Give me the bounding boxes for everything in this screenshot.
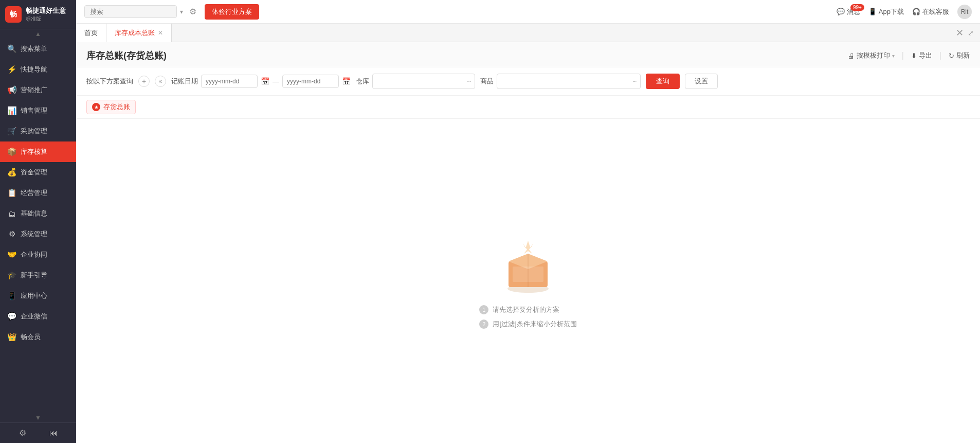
hint-num-1: 1: [479, 305, 488, 314]
refresh-icon: ↻: [949, 52, 954, 60]
date-start-calendar-icon[interactable]: 📅: [261, 77, 269, 85]
settings-bottom-icon[interactable]: ⚙: [19, 428, 26, 438]
sidebar-item-label-member: 畅会员: [21, 332, 41, 342]
topbar-dropdown-arrow[interactable]: ▾: [180, 8, 183, 15]
sidebar-item-label-marketing: 营销推广: [21, 85, 47, 95]
app-download-icon: 📱: [868, 8, 877, 15]
enterprise-icon: 🤝: [7, 250, 16, 259]
sidebar-item-sales[interactable]: 📊 销售管理: [0, 100, 76, 121]
goods-field-label: 商品: [480, 77, 494, 86]
scroll-up-arrow[interactable]: ▲: [35, 30, 41, 38]
sidebar-item-member[interactable]: 👑 畅会员: [0, 327, 76, 347]
tag-icon: ★: [92, 103, 100, 111]
user-area[interactable]: Rit: [957, 5, 972, 19]
messages-button[interactable]: 💬 消息 99+: [837, 7, 860, 16]
collapse-bottom-icon[interactable]: ⏮: [49, 429, 58, 438]
date-end-input[interactable]: [282, 75, 339, 88]
sidebar-item-basic-info[interactable]: 🗂 基础信息: [0, 203, 76, 224]
refresh-label: 刷新: [956, 51, 970, 60]
sidebar-logo: 畅 畅捷通好生意 标准版: [0, 0, 76, 29]
sidebar-item-finance[interactable]: 💰 资金管理: [0, 162, 76, 183]
sidebar-item-purchase[interactable]: 🛒 采购管理: [0, 121, 76, 141]
sidebar-item-label-basic-info: 基础信息: [21, 209, 47, 218]
scroll-down-arrow[interactable]: ▼: [35, 414, 41, 421]
sub-filter-tag[interactable]: ★ 存货总账: [86, 100, 136, 114]
sidebar-item-wechat[interactable]: 💬 企业微信: [0, 306, 76, 327]
sidebar-item-enterprise[interactable]: 🤝 企业协同: [0, 244, 76, 265]
refresh-button[interactable]: ↻ 刷新: [949, 51, 970, 60]
empty-hint-2: 2 用[过滤]条件来缩小分析范围: [479, 320, 576, 329]
export-label: 导出: [919, 51, 932, 60]
sidebar-item-operations[interactable]: 📋 经营管理: [0, 183, 76, 203]
guide-icon: 🎓: [7, 271, 16, 280]
system-icon: ⚙: [7, 229, 16, 239]
sidebar-item-quick-nav[interactable]: ⚡ 快捷导航: [0, 59, 76, 80]
empty-illustration: [497, 233, 559, 295]
sidebar: 畅 畅捷通好生意 标准版 ▲ 🔍 搜索菜单 ⚡ 快捷导航 📢 营销推广 📊 销售…: [0, 0, 76, 443]
sidebar-bottom: ⚙ ⏮: [0, 422, 76, 443]
panel-close-button[interactable]: ✕: [956, 27, 964, 39]
empty-hints: 1 请先选择要分析的方案 2 用[过滤]条件来缩小分析范围: [479, 305, 576, 329]
tab-close-icon[interactable]: ✕: [158, 29, 163, 37]
member-icon: 👑: [7, 332, 16, 342]
sidebar-item-inventory[interactable]: 📦 库存核算: [0, 141, 76, 162]
topbar-search-input[interactable]: [84, 5, 177, 18]
sidebar-item-marketing[interactable]: 📢 营销推广: [0, 80, 76, 100]
sidebar-item-system[interactable]: ⚙ 系统管理: [0, 224, 76, 244]
sidebar-item-label-quick-nav: 快捷导航: [21, 65, 47, 74]
sub-filter-tag-label: 存货总账: [103, 102, 130, 112]
action-divider-1: |: [902, 51, 904, 60]
sidebar-item-app-center[interactable]: 📱 应用中心: [0, 286, 76, 306]
topbar-gear-icon[interactable]: ⚙: [189, 7, 196, 16]
purchase-icon: 🛒: [7, 127, 16, 136]
empty-state: 1 请先选择要分析的方案 2 用[过滤]条件来缩小分析范围: [76, 119, 980, 443]
sidebar-item-label-finance: 资金管理: [21, 168, 47, 177]
print-icon: 🖨: [848, 52, 855, 60]
sidebar-item-search[interactable]: 🔍 搜索菜单: [0, 39, 76, 59]
sidebar-item-label-sales: 销售管理: [21, 106, 47, 115]
action-divider-2: |: [939, 51, 941, 60]
setting-button[interactable]: 设置: [685, 74, 718, 89]
sidebar-item-guide[interactable]: 🎓 新手引导: [0, 265, 76, 286]
date-field-label: 记账日期: [171, 77, 198, 86]
inventory-icon: 📦: [7, 147, 16, 156]
filter-add-button[interactable]: +: [138, 76, 150, 87]
sidebar-item-label-enterprise: 企业协同: [21, 250, 47, 259]
hint-num-2: 2: [479, 320, 488, 329]
tabbar-right: ✕ ⤢: [956, 27, 980, 39]
wechat-icon: 💬: [7, 312, 16, 321]
print-arrow: ▾: [892, 53, 895, 59]
filter-collapse-button[interactable]: «: [155, 76, 166, 87]
page-header-actions: 🖨 按模板打印 ▾ | ⬇ 导出 | ↻ 刷新: [848, 51, 970, 60]
sub-filter-row: ★ 存货总账: [76, 96, 980, 119]
query-button[interactable]: 查询: [646, 74, 680, 89]
date-end-calendar-icon[interactable]: 📅: [342, 77, 351, 85]
sidebar-item-label-purchase: 采购管理: [21, 127, 47, 136]
hint-text-1: 请先选择要分析的方案: [493, 305, 559, 314]
warehouse-more-icon: ···: [467, 77, 470, 86]
print-button[interactable]: 🖨 按模板打印 ▾: [848, 51, 895, 60]
topbar: ▾ ⚙ 体验行业方案 💬 消息 99+ 📱 App下载 🎧 在线客服 Rit: [76, 0, 980, 24]
tab-inventory-ledger[interactable]: 库存成本总账 ✕: [106, 24, 172, 42]
date-start-input[interactable]: [201, 75, 258, 88]
industry-solution-button[interactable]: 体验行业方案: [205, 4, 259, 20]
warehouse-select[interactable]: ···: [372, 74, 475, 89]
sidebar-item-label-search: 搜索菜单: [21, 44, 47, 54]
sidebar-item-label-system: 系统管理: [21, 229, 47, 239]
goods-select[interactable]: ···: [497, 74, 641, 89]
export-button[interactable]: ⬇ 导出: [911, 51, 932, 60]
hint-text-2: 用[过滤]条件来缩小分析范围: [493, 320, 576, 329]
tabbar: 首页 库存成本总账 ✕ ✕ ⤢: [76, 24, 980, 42]
export-icon: ⬇: [911, 52, 917, 60]
panel-expand-button[interactable]: ⤢: [968, 29, 974, 37]
tab-home[interactable]: 首页: [76, 24, 106, 42]
app-download-button[interactable]: 📱 App下载: [868, 7, 904, 16]
message-icon: 💬: [837, 8, 845, 15]
page-header: 库存总账(存货总账) 🖨 按模板打印 ▾ | ⬇ 导出 | ↻: [76, 42, 980, 67]
date-range-dash: —: [273, 78, 279, 85]
online-service-button[interactable]: 🎧 在线客服: [912, 7, 949, 16]
page-panel: 库存总账(存货总账) 🖨 按模板打印 ▾ | ⬇ 导出 | ↻: [76, 42, 980, 443]
goods-filter-group: 商品 ···: [480, 74, 641, 89]
page-title: 库存总账(存货总账): [86, 49, 167, 62]
sidebar-item-label-guide: 新手引导: [21, 271, 47, 280]
